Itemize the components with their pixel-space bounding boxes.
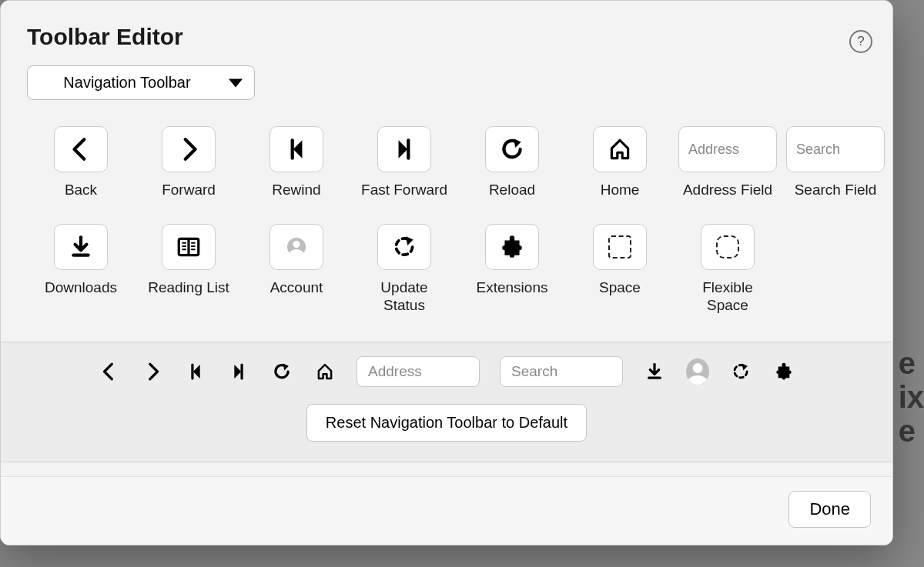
palette-item-label: Back	[65, 182, 97, 199]
chevron-left-icon	[68, 136, 94, 162]
palette-item-search-field[interactable]: SearchSearch Field	[782, 126, 889, 199]
palette-item-fast-forward[interactable]: Fast Forward	[350, 126, 458, 199]
palette-item-label: Fast Forward	[361, 182, 447, 199]
forward-cell	[162, 126, 216, 172]
palette-item-rewind[interactable]: Rewind	[243, 126, 350, 199]
palette-item-account[interactable]: Account	[243, 224, 350, 315]
palette-item-downloads[interactable]: Downloads	[27, 224, 135, 315]
reading-list-cell	[162, 224, 216, 270]
download-icon	[644, 362, 665, 382]
palette-item-label: Downloads	[45, 279, 117, 297]
toolbar-reload[interactable]	[270, 360, 293, 383]
background-text-right: e ix e	[899, 346, 924, 448]
toolbar-chevron-left[interactable]	[98, 360, 121, 383]
skip-forward-icon	[391, 136, 417, 162]
palette-item-reload[interactable]: Reload	[458, 126, 566, 199]
space-cell	[593, 224, 647, 270]
toolbar-avatar-filled[interactable]	[686, 360, 709, 383]
rewind-cell	[270, 126, 323, 172]
help-button[interactable]: ?	[849, 30, 872, 53]
toolbar-select[interactable]: Navigation Toolbar	[27, 65, 255, 100]
palette-item-label: Rewind	[272, 182, 320, 199]
help-icon: ?	[857, 34, 864, 49]
palette-item-forward[interactable]: Forward	[135, 126, 243, 199]
palette-item-label: Forward	[162, 182, 216, 199]
toolbar-download[interactable]	[643, 360, 666, 383]
home-icon	[607, 136, 633, 162]
done-button[interactable]: Done	[788, 491, 871, 528]
palette-item-flexible-space[interactable]: FlexibleSpace	[674, 224, 782, 315]
chevron-right-icon	[142, 362, 162, 382]
flexible-space-icon	[716, 235, 739, 258]
space-icon	[608, 235, 631, 258]
palette-item-label: Home	[601, 182, 640, 199]
book-icon	[176, 234, 202, 260]
search-field-preview: Search	[786, 126, 885, 172]
download-icon	[68, 234, 94, 260]
palette-item-label: Extensions	[477, 279, 548, 297]
toolbar-chevron-right[interactable]	[141, 360, 164, 383]
extensions-cell	[485, 224, 539, 270]
reload-icon	[499, 136, 525, 162]
palette-item-home[interactable]: Home	[566, 126, 674, 199]
toolbar-home[interactable]	[313, 360, 336, 383]
chevron-left-icon	[99, 362, 119, 382]
chevron-right-icon	[176, 136, 202, 162]
update-status-cell	[377, 224, 431, 270]
toolbar-srch-field[interactable]: Search	[500, 356, 623, 387]
palette-item-label: UpdateStatus	[380, 279, 427, 315]
home-cell	[593, 126, 647, 172]
flexible-space-cell	[701, 224, 755, 270]
toolbar-puzzle[interactable]	[772, 360, 795, 383]
reload-icon	[272, 362, 292, 382]
palette-item-label: Reading List	[148, 279, 229, 297]
palette-item-update-status[interactable]: UpdateStatus	[350, 224, 458, 315]
palette-item-extensions[interactable]: Extensions	[458, 224, 566, 315]
palette-item-label: Reload	[489, 182, 535, 199]
palette-item-label: FlexibleSpace	[702, 279, 752, 315]
skip-forward-icon	[229, 362, 249, 382]
fast-forward-cell	[377, 126, 431, 172]
home-icon	[315, 362, 335, 382]
palette-item-label: Address Field	[683, 182, 772, 199]
update-icon	[731, 362, 751, 382]
toolbar-editor-modal: ? Toolbar Editor Navigation Toolbar Back…	[0, 0, 893, 545]
palette-item-address-field[interactable]: AddressAddress Field	[674, 126, 782, 199]
address-field-preview: Address	[678, 126, 777, 172]
palette-item-back[interactable]: Back	[27, 126, 135, 199]
palette-item-label: Search Field	[795, 182, 877, 199]
reset-toolbar-button[interactable]: Reset Navigation Toolbar to Default	[306, 404, 587, 442]
update-icon	[391, 234, 417, 260]
preview-toolbar: AddressSearch	[98, 356, 795, 387]
palette-item-reading-list[interactable]: Reading List	[135, 224, 243, 315]
reload-cell	[485, 126, 539, 172]
puzzle-icon	[774, 362, 794, 382]
palette-item-label: Space	[599, 279, 641, 297]
puzzle-icon	[499, 234, 525, 260]
items-palette: BackForwardRewindFast ForwardReloadHomeA…	[1, 111, 892, 342]
avatar-icon	[287, 238, 306, 256]
account-cell	[270, 224, 323, 270]
palette-item-space[interactable]: Space	[566, 224, 674, 315]
toolbar-skip-forward[interactable]	[227, 360, 250, 383]
toolbar-select-wrap: Navigation Toolbar	[27, 65, 255, 100]
modal-title: Toolbar Editor	[27, 24, 866, 50]
preview-area: AddressSearch Reset Navigation Toolbar t…	[1, 342, 892, 462]
palette-item-label: Account	[270, 279, 323, 297]
skip-back-icon	[186, 362, 206, 382]
avatar-icon	[686, 359, 709, 385]
toolbar-addr-field[interactable]: Address	[357, 356, 480, 387]
downloads-cell	[54, 224, 108, 270]
skip-back-icon	[283, 136, 310, 162]
toolbar-update[interactable]	[729, 360, 752, 383]
back-cell	[54, 126, 108, 172]
toolbar-skip-back[interactable]	[184, 360, 207, 383]
modal-footer: Done	[1, 476, 892, 545]
